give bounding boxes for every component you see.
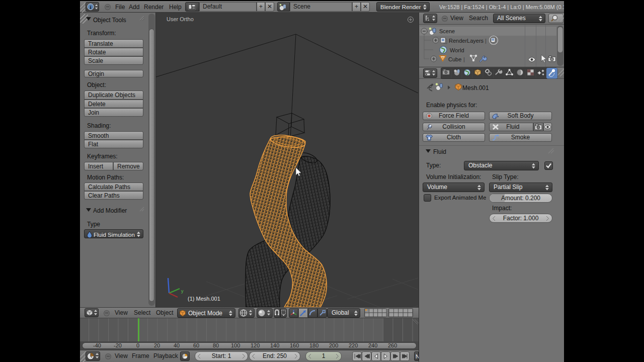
- svg-text:i: i: [90, 5, 92, 10]
- svg-text:Scene: Scene: [439, 28, 455, 34]
- svg-text:(1) Mesh.001: (1) Mesh.001: [188, 296, 220, 302]
- svg-text:User Ortho: User Ortho: [167, 16, 194, 22]
- svg-text:|: |: [463, 56, 465, 62]
- svg-text:World: World: [450, 47, 464, 53]
- svg-text:Cube: Cube: [448, 56, 461, 62]
- svg-text:|: |: [485, 38, 487, 44]
- svg-text:y: y: [181, 289, 184, 294]
- svg-text:RenderLayers: RenderLayers: [449, 38, 484, 44]
